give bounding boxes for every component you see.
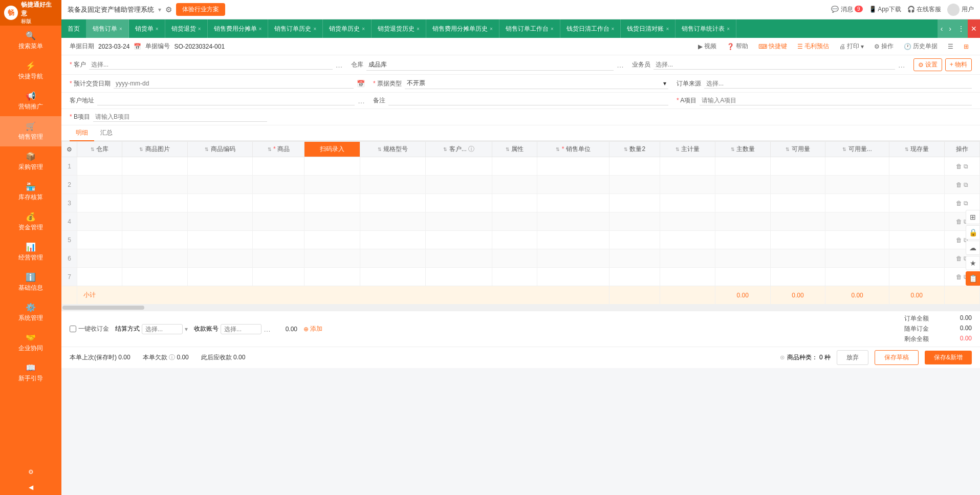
sidebar-item-inventory[interactable]: 🏪 库存核算	[0, 177, 61, 207]
row-image-4[interactable]	[122, 212, 187, 231]
row-available2-2[interactable]	[825, 176, 889, 194]
tab-home[interactable]: 首页	[61, 19, 86, 38]
discard-btn[interactable]: 放弃	[837, 350, 868, 365]
row-qty2-5[interactable]	[609, 231, 660, 249]
row-main-unit-6[interactable]	[660, 249, 715, 268]
row-main-unit-5[interactable]	[660, 231, 715, 249]
help-btn[interactable]: ❓ 帮助	[724, 41, 751, 52]
row-delete-icon-5[interactable]: 🗑	[956, 236, 962, 244]
row-main-unit-7[interactable]	[660, 268, 715, 286]
a-project-input[interactable]	[700, 96, 972, 105]
th-settings[interactable]: ⚙	[62, 142, 77, 157]
row-customer-code-3[interactable]	[426, 194, 492, 212]
print-btn[interactable]: 🖨 打印 ▾	[836, 41, 867, 52]
row-product-7[interactable]	[253, 268, 304, 286]
settle-input[interactable]	[142, 324, 183, 334]
app-download-btn[interactable]: 📱 App下载	[869, 5, 901, 14]
calendar-icon[interactable]: 📅	[134, 43, 141, 50]
row-available-7[interactable]	[770, 268, 825, 286]
row-product-6[interactable]	[253, 249, 304, 268]
row-image-1[interactable]	[122, 157, 187, 176]
row-delete-icon-7[interactable]: 🗑	[956, 273, 962, 281]
warehouse-value[interactable]: 成品库	[366, 59, 614, 71]
one-click-payment-checkbox[interactable]: 一键收订金	[70, 325, 109, 333]
row-image-2[interactable]	[122, 176, 187, 194]
row-customer-code-7[interactable]	[426, 268, 492, 286]
settle-dropdown-icon[interactable]: ▾	[185, 326, 188, 333]
row-qty2-4[interactable]	[609, 212, 660, 231]
row-qty2-1[interactable]	[609, 157, 660, 176]
row-delete-icon-1[interactable]: 🗑	[956, 163, 962, 170]
row-unit-7[interactable]	[537, 268, 609, 286]
tab-sales-order-close[interactable]: ×	[119, 26, 122, 32]
tab-next-btn[interactable]: ›	[946, 19, 954, 38]
settings-side-btn[interactable]: ⚙ 设置	[913, 58, 942, 71]
tab-cash-workbench-close[interactable]: ×	[612, 26, 615, 32]
row-current-stock-5[interactable]	[889, 231, 944, 249]
row-qty2-7[interactable]	[609, 268, 660, 286]
tab-close-all-btn[interactable]: ✕	[968, 19, 980, 38]
sidebar-item-sales[interactable]: 🛒 销售管理	[0, 116, 61, 146]
row-available2-1[interactable]	[825, 157, 889, 176]
row-available-4[interactable]	[770, 212, 825, 231]
tab-detail[interactable]: 明细	[70, 125, 94, 141]
layout-grid-btn[interactable]: ⊞	[961, 42, 972, 51]
tab-cash-workbench[interactable]: 钱货日清工作台 ×	[560, 19, 621, 38]
quick-btn-4[interactable]: ★	[966, 256, 980, 270]
row-scan-1[interactable]	[304, 157, 360, 176]
row-attr-6[interactable]	[492, 249, 537, 268]
row-attr-5[interactable]	[492, 231, 537, 249]
quick-btn-1[interactable]: ⊞	[966, 210, 980, 224]
row-scan-4[interactable]	[304, 212, 360, 231]
row-current-stock-4[interactable]	[889, 212, 944, 231]
quick-btn-3[interactable]: ☁	[966, 241, 980, 255]
horizontal-scrollbar[interactable]	[61, 305, 980, 311]
row-warehouse-7[interactable]	[77, 268, 122, 286]
row-warehouse-5[interactable]	[77, 231, 122, 249]
operate-btn[interactable]: ⚙ 操作	[871, 41, 897, 52]
row-code-5[interactable]	[187, 231, 253, 249]
row-customer-code-2[interactable]	[426, 176, 492, 194]
sidebar-item-operation[interactable]: 📊 经营管理	[0, 237, 61, 267]
customer-input[interactable]	[89, 60, 333, 70]
row-unit-2[interactable]	[537, 176, 609, 194]
tab-sales-order-history[interactable]: 销售订单历史 ×	[268, 19, 323, 38]
row-image-5[interactable]	[122, 231, 187, 249]
row-image-7[interactable]	[122, 268, 187, 286]
customer-more-icon[interactable]: …	[336, 61, 343, 69]
salesperson-input[interactable]	[654, 60, 895, 70]
tab-prev-btn[interactable]: ‹	[938, 19, 946, 38]
row-available-1[interactable]	[770, 157, 825, 176]
tab-sales-order[interactable]: 销售订单 ×	[86, 19, 129, 38]
row-qty2-3[interactable]	[609, 194, 660, 212]
account-more-icon[interactable]: …	[264, 325, 271, 333]
row-code-4[interactable]	[187, 212, 253, 231]
tab-sales-report-close[interactable]: ×	[727, 26, 730, 32]
row-main-qty-6[interactable]	[715, 249, 770, 268]
row-scan-7[interactable]	[304, 268, 360, 286]
tab-sales-order-workbench-close[interactable]: ×	[551, 26, 554, 32]
row-spec-4[interactable]	[360, 212, 426, 231]
row-main-qty-5[interactable]	[715, 231, 770, 249]
row-customer-code-6[interactable]	[426, 249, 492, 268]
customer-address-input[interactable]	[97, 96, 355, 105]
row-delete-icon-2[interactable]: 🗑	[956, 181, 962, 188]
sidebar-item-finance[interactable]: 💰 资金管理	[0, 207, 61, 237]
row-warehouse-6[interactable]	[77, 249, 122, 268]
row-unit-3[interactable]	[537, 194, 609, 212]
row-unit-4[interactable]	[537, 212, 609, 231]
row-code-2[interactable]	[187, 176, 253, 194]
row-main-qty-3[interactable]	[715, 194, 770, 212]
tab-sales-fee[interactable]: 销售费用分摊单 ×	[208, 19, 269, 38]
tab-sales-bill-close[interactable]: ×	[156, 26, 159, 32]
row-product-3[interactable]	[253, 194, 304, 212]
add-material-btn[interactable]: + 物料	[945, 58, 972, 71]
sidebar-item-search[interactable]: 🔍 搜索菜单	[0, 26, 61, 56]
row-current-stock-1[interactable]	[889, 157, 944, 176]
salesperson-more-icon[interactable]: …	[898, 61, 905, 69]
row-customer-code-4[interactable]	[426, 212, 492, 231]
tab-sales-bill[interactable]: 销货单 ×	[129, 19, 165, 38]
delivery-date-icon[interactable]: 📅	[357, 80, 365, 88]
tab-list-btn[interactable]: ⋮	[954, 19, 968, 38]
b-project-input[interactable]	[93, 112, 267, 122]
